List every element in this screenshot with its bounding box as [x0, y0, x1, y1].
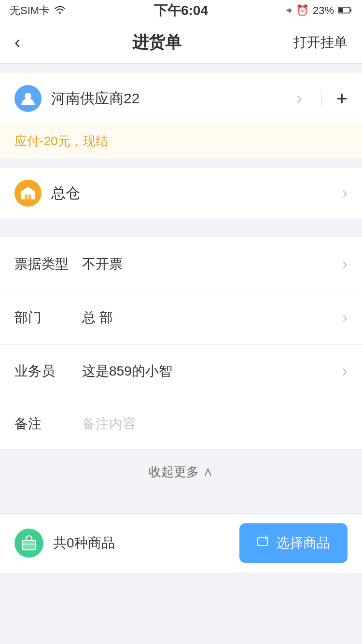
gap-2 — [0, 158, 362, 168]
supplier-chevron-icon — [296, 88, 302, 109]
remarks-row[interactable]: 备注 备注内容 — [0, 398, 362, 449]
bottom-bar: 共0种商品 选择商品 — [0, 513, 362, 573]
goods-icon — [14, 529, 43, 558]
goods-count-label: 共0种商品 — [53, 534, 239, 552]
salesman-row[interactable]: 业务员 这是859的小智 — [0, 345, 362, 398]
svg-marker-6 — [21, 187, 35, 192]
battery-icon — [338, 4, 352, 17]
collapse-button[interactable]: 收起更多 ∧ — [0, 449, 362, 494]
form-section: 票据类型 不开票 部门 总 部 业务员 这是859的小智 备注 备注内容 — [0, 238, 362, 449]
supplier-name: 河南供应商22 — [51, 89, 296, 109]
select-goods-icon — [257, 535, 270, 552]
battery-label: 23% — [313, 4, 334, 17]
carrier-label: 无SIM卡 — [10, 3, 50, 18]
location-icon: ⌖ — [286, 4, 292, 17]
warehouse-icon — [14, 180, 42, 207]
invoice-chevron-icon — [342, 254, 348, 274]
select-goods-button[interactable]: 选择商品 — [239, 523, 348, 563]
svg-rect-7 — [21, 192, 35, 199]
gap-4 — [0, 494, 362, 504]
salesman-label: 业务员 — [14, 362, 72, 380]
remarks-input[interactable]: 备注内容 — [72, 415, 348, 433]
department-chevron-icon — [342, 308, 348, 328]
add-supplier-button[interactable]: + — [336, 88, 348, 110]
supplier-avatar — [14, 85, 42, 112]
status-time: 下午6:04 — [154, 1, 208, 20]
warehouse-row[interactable]: 总仓 — [0, 168, 362, 218]
invoice-row[interactable]: 票据类型 不开票 — [0, 238, 362, 291]
page-title: 进货单 — [132, 31, 181, 54]
invoice-value: 不开票 — [72, 255, 342, 273]
salesman-value: 这是859的小智 — [72, 362, 342, 380]
select-goods-label: 选择商品 — [276, 534, 330, 552]
alert-banner: 应付-20元，现结 — [0, 124, 362, 158]
svg-rect-2 — [339, 8, 343, 13]
wifi-icon — [55, 4, 65, 17]
gap-3 — [0, 218, 362, 228]
gap-1 — [0, 64, 362, 73]
salesman-chevron-icon — [342, 361, 348, 381]
department-row[interactable]: 部门 总 部 — [0, 291, 362, 345]
nav-bar: ‹ 进货单 打开挂单 — [0, 21, 362, 64]
department-label: 部门 — [14, 308, 72, 327]
warehouse-name: 总仓 — [51, 183, 342, 203]
divider — [321, 89, 322, 108]
open-pending-button[interactable]: 打开挂单 — [293, 33, 348, 52]
warehouse-section: 总仓 — [0, 168, 362, 218]
alert-text: 应付-20元，现结 — [14, 134, 108, 148]
status-left: 无SIM卡 — [10, 3, 65, 18]
collapse-label: 收起更多 ∧ — [149, 464, 213, 479]
supplier-row[interactable]: 河南供应商22 + — [0, 73, 362, 124]
svg-rect-8 — [22, 540, 36, 550]
status-bar: 无SIM卡 下午6:04 ⌖ ⏰ 23% — [0, 0, 362, 21]
supplier-section: 河南供应商22 + 应付-20元，现结 — [0, 73, 362, 158]
remarks-label: 备注 — [14, 415, 72, 433]
back-button[interactable]: ‹ — [14, 32, 20, 53]
svg-point-3 — [25, 93, 31, 99]
alarm-icon: ⏰ — [296, 4, 309, 17]
department-value: 总 部 — [72, 308, 342, 327]
status-right: ⌖ ⏰ 23% — [286, 4, 352, 17]
svg-rect-1 — [350, 9, 351, 12]
invoice-label: 票据类型 — [14, 255, 72, 273]
warehouse-chevron-icon — [342, 183, 348, 203]
